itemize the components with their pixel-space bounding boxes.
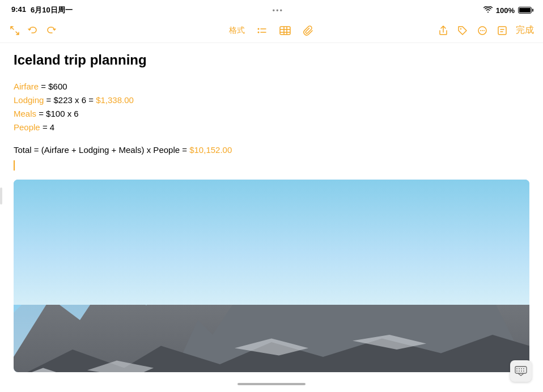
edit-icon[interactable] <box>497 25 508 36</box>
undo-icon[interactable] <box>27 25 39 36</box>
formula-text: Total = (Airfare + Lodging + Meals) x Pe… <box>14 145 187 155</box>
side-handle[interactable] <box>0 188 2 204</box>
bottom-bar <box>0 383 543 385</box>
date: 6月10日周一 <box>31 5 73 15</box>
line-meals[interactable]: Meals = $100 x 6 <box>14 107 529 121</box>
redo-icon[interactable] <box>45 25 57 36</box>
status-dots: ••• <box>272 6 283 15</box>
toolbar-center-group: 格式 <box>229 25 314 36</box>
svg-point-0 <box>258 28 260 29</box>
time: 9:41 <box>11 5 26 15</box>
table-icon[interactable] <box>279 25 291 36</box>
formula-result: $10,152.00 <box>187 145 232 155</box>
home-indicator <box>237 383 306 385</box>
svg-rect-14 <box>498 27 506 35</box>
battery-icon <box>518 7 532 14</box>
toolbar: 格式 <box>0 18 543 43</box>
wifi-icon <box>483 6 493 15</box>
note-title[interactable]: Iceland trip planning <box>14 52 529 69</box>
toolbar-left-group <box>9 25 438 36</box>
lodging-value: = $223 x 6 = <box>44 95 94 105</box>
mountain-scene <box>14 180 529 372</box>
sky-background <box>14 180 529 305</box>
people-value: = 4 <box>40 122 54 132</box>
svg-point-9 <box>460 28 461 29</box>
tag-icon[interactable] <box>457 25 468 36</box>
share-icon[interactable] <box>438 25 449 36</box>
keyboard-float-button[interactable] <box>510 360 532 382</box>
note-image[interactable] <box>14 180 529 372</box>
meals-value: = $100 x 6 <box>36 109 79 118</box>
status-bar: 9:41 6月10日周一 ••• 100% <box>0 0 543 18</box>
more-icon[interactable] <box>476 25 489 36</box>
battery-percent: 100% <box>496 6 515 15</box>
airfare-label: Airfare <box>14 82 39 91</box>
format-button[interactable]: 格式 <box>229 25 245 36</box>
note-content: Iceland trip planning Airfare = $600 Lod… <box>0 43 543 180</box>
svg-rect-18 <box>515 367 527 373</box>
people-label: People <box>14 122 40 132</box>
collapse-icon[interactable] <box>9 25 20 36</box>
svg-rect-4 <box>280 27 290 35</box>
line-lodging[interactable]: Lodging = $223 x 6 = $1,338.00 <box>14 93 529 107</box>
status-time-date: 9:41 6月10日周一 <box>11 5 73 15</box>
airfare-value: = $600 <box>39 82 67 91</box>
svg-point-1 <box>258 31 260 33</box>
attachment-icon[interactable] <box>303 25 314 36</box>
done-button[interactable]: 完成 <box>516 24 534 36</box>
lodging-label: Lodging <box>14 95 44 105</box>
formula-line[interactable]: Total = (Airfare + Lodging + Meals) x Pe… <box>14 143 529 157</box>
meals-label: Meals <box>14 109 36 118</box>
lodging-calc: $1,338.00 <box>94 95 134 105</box>
line-people[interactable]: People = 4 <box>14 121 529 134</box>
status-indicators: 100% <box>483 6 532 15</box>
note-variables: Airfare = $600 Lodging = $223 x 6 = $1,3… <box>14 80 529 134</box>
line-airfare[interactable]: Airfare = $600 <box>14 80 529 93</box>
toolbar-right-group: 完成 <box>438 24 534 36</box>
text-cursor <box>14 159 529 171</box>
list-icon[interactable] <box>256 25 268 36</box>
